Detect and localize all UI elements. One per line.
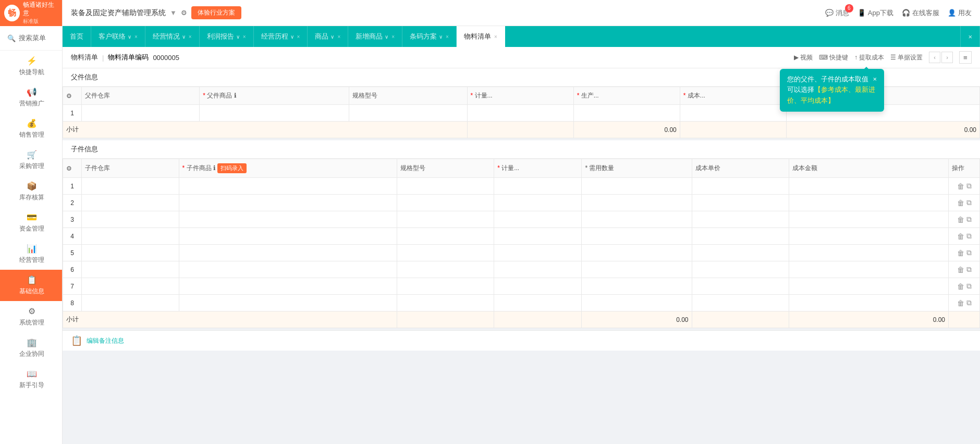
parent-cost-cell[interactable] [680, 105, 786, 122]
delete-icon[interactable]: 🗑 [957, 215, 964, 224]
child-cost-amount-cell[interactable] [789, 211, 949, 228]
prev-record-button[interactable]: ‹ [929, 52, 940, 63]
child-cost-amount-cell[interactable] [789, 278, 949, 295]
child-unit-cell[interactable] [494, 295, 582, 311]
shortcut-action[interactable]: ⌨ 快捷键 [819, 53, 848, 62]
child-cost-amount-cell[interactable] [789, 295, 949, 311]
child-quantity-cell[interactable] [582, 178, 692, 195]
child-unit-cost-cell[interactable] [692, 195, 789, 211]
child-quantity-cell[interactable] [582, 195, 692, 211]
child-spec-cell[interactable] [397, 178, 494, 195]
trial-button[interactable]: 体验行业方案 [191, 6, 241, 19]
search-menu-button[interactable]: 🔍 搜索菜单 [4, 30, 58, 46]
child-warehouse-cell[interactable] [82, 211, 179, 228]
child-unit-cell[interactable] [494, 228, 582, 245]
child-warehouse-cell[interactable] [82, 195, 179, 211]
tab-close-icon[interactable]: × [494, 34, 497, 40]
copy-icon[interactable]: ⧉ [966, 215, 972, 224]
child-goods-cell[interactable] [179, 228, 397, 245]
child-unit-cell[interactable] [494, 278, 582, 295]
child-warehouse-cell[interactable] [82, 245, 179, 261]
sidebar-item-quick-nav[interactable]: ⚡ 快捷导航 [0, 51, 62, 82]
tab-close-icon[interactable]: × [243, 34, 246, 40]
tab-customers[interactable]: 客户联络 ∨ × [91, 26, 145, 47]
delete-icon[interactable]: 🗑 [957, 182, 964, 190]
delete-icon[interactable]: 🗑 [957, 199, 964, 207]
single-settings-action[interactable]: ☰ 单据设置 [890, 53, 923, 62]
child-unit-cost-cell[interactable] [692, 261, 789, 278]
child-quantity-cell[interactable] [582, 211, 692, 228]
child-spec-cell[interactable] [397, 295, 494, 311]
copy-icon[interactable]: ⧉ [966, 298, 972, 307]
child-warehouse-cell[interactable] [82, 178, 179, 195]
app-download-item[interactable]: 📱 App下载 [858, 8, 893, 18]
parent-warehouse-cell[interactable] [82, 105, 200, 122]
copy-icon[interactable]: ⧉ [966, 248, 972, 257]
messages-item[interactable]: 💬 消息 6 [825, 8, 849, 18]
tab-close-all[interactable]: × [960, 26, 980, 47]
child-quantity-cell[interactable] [582, 278, 692, 295]
tab-close-icon[interactable]: × [391, 34, 395, 40]
child-spec-cell[interactable] [397, 211, 494, 228]
tab-goods[interactable]: 商品 ∨ × [308, 26, 348, 47]
parent-production-cell[interactable] [573, 105, 680, 122]
copy-icon[interactable]: ⧉ [966, 182, 972, 190]
sidebar-item-basic-info[interactable]: 📋 基础信息 [0, 270, 62, 301]
user-item[interactable]: 👤 用友 [948, 8, 972, 18]
extract-cost-action[interactable]: ↑ 提取成本 × 您的父件、子件的成本取值可以选择【参考成本、最新进价、平均成本… [854, 53, 884, 62]
sidebar-item-purchase[interactable]: 🛒 采购管理 [0, 145, 62, 176]
sidebar-item-sales[interactable]: 💰 销售管理 [0, 113, 62, 145]
tab-operations[interactable]: 经营情况 ∨ × [145, 26, 200, 47]
sidebar-item-operations[interactable]: 📊 经营管理 [0, 238, 62, 270]
child-cost-amount-cell[interactable] [789, 245, 949, 261]
sidebar-item-enterprise[interactable]: 🏢 企业协同 [0, 332, 62, 364]
child-goods-cell[interactable] [179, 245, 397, 261]
child-unit-cell[interactable] [494, 195, 582, 211]
child-spec-cell[interactable] [397, 278, 494, 295]
copy-icon[interactable]: ⧉ [966, 198, 972, 207]
next-record-button[interactable]: › [941, 52, 953, 63]
parent-unit-cell[interactable] [467, 105, 573, 122]
tab-close-icon[interactable]: × [297, 34, 300, 40]
child-warehouse-cell[interactable] [82, 278, 179, 295]
tooltip-close-button[interactable]: × [873, 74, 877, 85]
child-cost-amount-cell[interactable] [789, 228, 949, 245]
tab-bom[interactable]: 物料清单 × [457, 26, 505, 47]
copy-icon[interactable]: ⧉ [966, 232, 972, 241]
child-unit-cell[interactable] [494, 211, 582, 228]
child-goods-cell[interactable] [179, 278, 397, 295]
child-col-settings[interactable]: ⚙ [63, 159, 82, 178]
child-warehouse-cell[interactable] [82, 261, 179, 278]
scan-badge[interactable]: 扫码录入 [217, 163, 247, 173]
copy-icon[interactable]: ⧉ [966, 265, 972, 274]
child-spec-cell[interactable] [397, 228, 494, 245]
child-goods-cell[interactable] [179, 261, 397, 278]
child-unit-cell[interactable] [494, 178, 582, 195]
child-quantity-cell[interactable] [582, 245, 692, 261]
child-cost-amount-cell[interactable] [789, 195, 949, 211]
video-action[interactable]: ▶ 视频 [794, 53, 813, 62]
delete-icon[interactable]: 🗑 [957, 299, 964, 307]
child-quantity-cell[interactable] [582, 261, 692, 278]
child-spec-cell[interactable] [397, 245, 494, 261]
child-goods-cell[interactable] [179, 178, 397, 195]
sidebar-item-inventory[interactable]: 📦 库存核算 [0, 176, 62, 207]
child-unit-cost-cell[interactable] [692, 278, 789, 295]
child-unit-cost-cell[interactable] [692, 228, 789, 245]
child-unit-cost-cell[interactable] [692, 295, 789, 311]
tab-close-icon[interactable]: × [446, 34, 449, 40]
child-spec-cell[interactable] [397, 261, 494, 278]
tab-close-icon[interactable]: × [134, 34, 138, 40]
child-cost-amount-cell[interactable] [789, 261, 949, 278]
sidebar-item-finance[interactable]: 💳 资金管理 [0, 207, 62, 238]
child-unit-cost-cell[interactable] [692, 178, 789, 195]
sidebar-item-guide[interactable]: 📖 新手引导 [0, 364, 62, 395]
child-quantity-cell[interactable] [582, 228, 692, 245]
child-goods-cell[interactable] [179, 211, 397, 228]
tab-barcode[interactable]: 条码方案 ∨ × [402, 26, 457, 47]
settings-icon[interactable]: ⚙ [181, 9, 187, 17]
tab-close-icon[interactable]: × [189, 34, 192, 40]
tab-profit[interactable]: 利润报告 ∨ × [200, 26, 254, 47]
child-goods-cell[interactable] [179, 295, 397, 311]
delete-icon[interactable]: 🗑 [957, 266, 964, 274]
